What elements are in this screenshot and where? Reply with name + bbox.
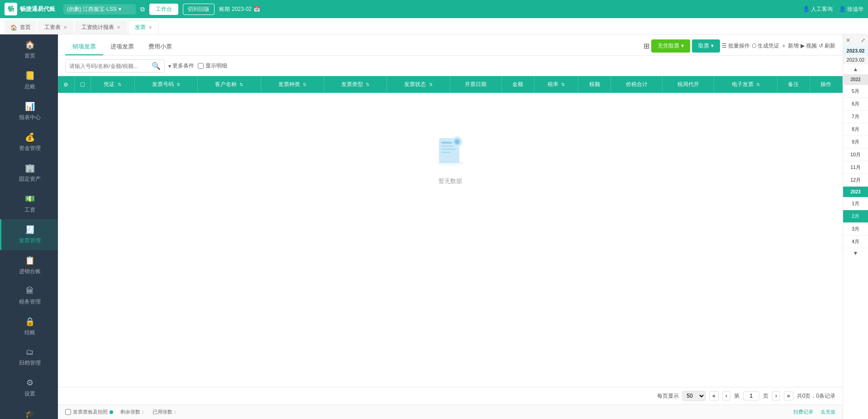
sidebar-item-fixed-assets[interactable]: 🏢 固定资产 — [0, 158, 58, 188]
month-2022-11[interactable]: 11月 — [843, 161, 868, 174]
col-tax-rate: 税率 ⇅ — [534, 76, 578, 93]
main-layout: 🏠 首页 📒 总账 📊 报表中心 💰 资金管理 🏢 固定资产 💵 工资 🧾 发票… — [0, 34, 868, 419]
tab-home[interactable]: 🏠 首页 — [5, 20, 37, 34]
sidebar-item-guide[interactable]: 🎓 新手引导 — [0, 403, 58, 419]
inner-tab-expense[interactable]: 费用小票 — [141, 39, 179, 55]
last-page-button[interactable]: » — [784, 391, 793, 400]
no-voucher-button[interactable]: 无凭取票 ▾ — [651, 39, 690, 53]
page-input[interactable] — [743, 391, 759, 400]
sidebar-item-payroll[interactable]: 💵 工资 — [0, 188, 58, 219]
next-page-button[interactable]: › — [772, 391, 780, 400]
company-name: (勿删) 江西服宝-LSS — [67, 5, 117, 13]
col-amount: 金额 — [501, 76, 534, 93]
more-conditions-label: 更多条件 — [172, 62, 194, 70]
workspace-button[interactable]: 工作台 — [149, 4, 178, 15]
search-icon[interactable]: 🔍 — [152, 62, 161, 70]
col-checkbox[interactable]: ☐ — [74, 76, 91, 93]
period-value: 2023-02 — [232, 6, 252, 12]
sidebar-item-sales-ledger[interactable]: 📋 进销台账 — [0, 250, 58, 281]
month-2022-09[interactable]: 9月 — [843, 136, 868, 149]
month-2023-02[interactable]: 2月 — [843, 210, 868, 223]
sidebar-item-tax[interactable]: 🏛 税务管理 — [0, 281, 58, 311]
more-conditions-button[interactable]: ▾ 更多条件 — [168, 62, 194, 70]
calendar-nav-down[interactable]: ▼ — [851, 248, 860, 258]
closing-icon: 🔒 — [25, 317, 35, 327]
copy-icon[interactable]: ⧉ — [140, 5, 145, 13]
tab-payroll-report[interactable]: 工资统计报表 ✕ — [75, 20, 127, 34]
calendar-nav-up[interactable]: ▲ — [851, 64, 860, 74]
sidebar-item-funds[interactable]: 💰 资金管理 — [0, 127, 58, 158]
sidebar-item-archive[interactable]: 🗂 归档管理 — [0, 342, 58, 372]
company-selector[interactable]: (勿删) 江西服宝-LSS ▾ — [63, 4, 136, 14]
tab-invoice[interactable]: 发票 ✕ — [128, 20, 159, 34]
period-label: 账期 — [219, 5, 230, 13]
header-right: 👤 人工客询 👤 徐溢华 — [803, 5, 863, 13]
col-invoice-no: 发票号码 ⇅ — [134, 76, 197, 93]
show-detail-checkbox[interactable] — [198, 63, 204, 69]
sidebar-settings-label: 设置 — [24, 390, 35, 398]
sidebar-invoice-label: 发票管理 — [19, 237, 41, 245]
total-text: 共0页，0条记录 — [797, 392, 835, 400]
col-settings[interactable]: ⚙ — [58, 76, 74, 93]
invoice-check-checkbox[interactable] — [65, 409, 71, 415]
month-2023-03[interactable]: 3月 — [843, 223, 868, 236]
month-2022-06[interactable]: 6月 — [843, 98, 868, 111]
invoice-check-label[interactable]: 发票查验及拍照 — [65, 409, 113, 415]
tab-payroll-close[interactable]: ✕ — [63, 25, 67, 30]
month-2022-05[interactable]: 5月 — [843, 85, 868, 98]
sidebar-item-settings[interactable]: ⚙ 设置 — [0, 372, 58, 403]
show-detail-checkbox-label[interactable]: 显示明细 — [198, 62, 227, 70]
go-renew-link[interactable]: 去充值 — [820, 409, 835, 415]
month-2023-04[interactable]: 4月 — [843, 236, 868, 248]
sidebar-item-reports[interactable]: 📊 报表中心 — [0, 96, 58, 127]
settings-icon: ⚙ — [26, 378, 33, 388]
sidebar-item-general-ledger[interactable]: 📒 总账 — [0, 65, 58, 96]
calendar-close-button[interactable]: ✕ — [845, 36, 851, 44]
logo-area: 畅 畅捷通易代账 — [5, 3, 59, 15]
sidebar-ledger-label: 总账 — [24, 83, 35, 91]
pagination-controls: 每页显示 50 10 20 100 « ‹ 第 页 › » 共0页，0条记录 — [657, 391, 835, 401]
ledger-icon: 📒 — [25, 71, 35, 81]
calendar-expand-button[interactable]: ⤢ — [860, 36, 866, 44]
gen-voucher-button[interactable]: ⬡ 生成凭证 — [752, 42, 779, 50]
sidebar-item-home[interactable]: 🏠 首页 — [0, 34, 58, 65]
bottom-info: 发票查验及拍照 剩余张数： 已用张数： 扣费记录 去充值 — [58, 405, 843, 419]
sidebar-item-invoice[interactable]: 🧾 发票管理 — [0, 219, 58, 250]
video-button[interactable]: ▶ 视频 — [801, 42, 817, 50]
month-2023-01[interactable]: 1月 — [843, 197, 868, 210]
new-icon: ＋ — [781, 42, 787, 50]
month-2022-08[interactable]: 8月 — [843, 123, 868, 136]
search-box[interactable]: 🔍 — [65, 59, 165, 72]
header-bar: 畅 畅捷通易代账 (勿删) 江西服宝-LSS ▾ ⧉ 工作台 切到旧版 账期 2… — [0, 0, 868, 18]
batch-label: 批量操作 — [728, 42, 750, 50]
month-2022-12[interactable]: 12月 — [843, 174, 868, 187]
tab-payroll[interactable]: 工资表 ✕ — [38, 20, 74, 34]
refresh-button[interactable]: ↺ 刷新 — [819, 42, 835, 50]
inner-tab-sales[interactable]: 销项发票 — [65, 39, 103, 55]
page-size-select[interactable]: 50 10 20 100 — [682, 391, 706, 401]
view-toggle-button[interactable]: ⊞ — [644, 42, 649, 50]
add-record-link[interactable]: 扣费记录 — [793, 409, 813, 415]
sidebar-tax-label: 税务管理 — [19, 298, 41, 306]
switch-version-button[interactable]: 切到旧版 — [183, 4, 215, 15]
inner-tab-purchase[interactable]: 进项发票 — [103, 39, 141, 55]
get-voucher-button[interactable]: 取票 ▾ — [692, 39, 720, 53]
month-2022-07[interactable]: 7月 — [843, 111, 868, 123]
support-item[interactable]: 👤 人工客询 — [803, 5, 833, 13]
period-badge-secondary[interactable]: 2023.02 — [843, 55, 868, 64]
period-badge-primary[interactable]: 2023.02 — [843, 46, 868, 55]
first-page-button[interactable]: « — [709, 391, 719, 400]
tab-payroll-report-close[interactable]: ✕ — [117, 25, 120, 30]
user-item[interactable]: 👤 徐溢华 — [839, 5, 863, 13]
search-input[interactable] — [69, 63, 150, 69]
sidebar-item-closing[interactable]: 🔒 结账 — [0, 311, 58, 342]
tab-invoice-close[interactable]: ✕ — [148, 25, 152, 30]
new-button[interactable]: ＋ 新增 — [781, 42, 799, 50]
svg-rect-4 — [441, 149, 456, 150]
video-icon: ▶ — [801, 43, 805, 49]
page-size-label: 每页显示 — [657, 392, 679, 400]
prev-page-button[interactable]: ‹ — [722, 391, 730, 400]
table-header-row: ⚙ ☐ 凭证 ⇅ 发票号码 ⇅ 客户名称 ⇅ 发票种类 ⇅ 发票类型 ⇅ 发票状… — [58, 76, 843, 93]
batch-ops-button[interactable]: ☰ 批量操作 — [722, 42, 750, 50]
month-2022-10[interactable]: 10月 — [843, 149, 868, 161]
